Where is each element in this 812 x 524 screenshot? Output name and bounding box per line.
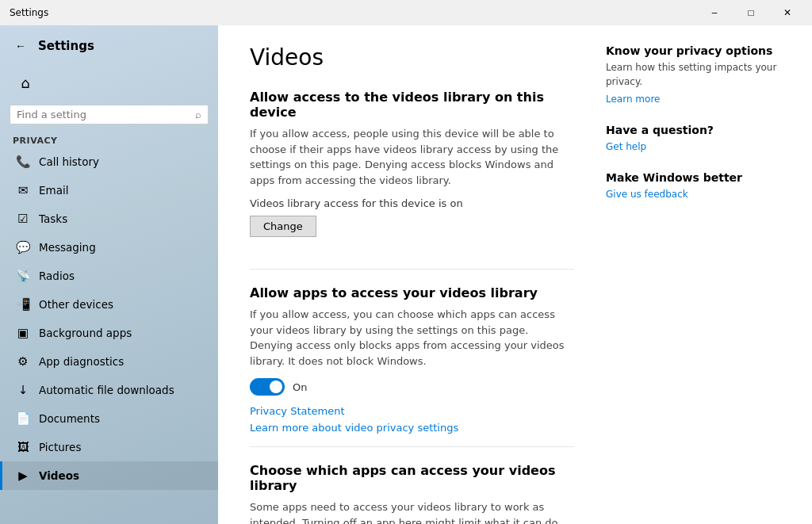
sidebar-item-label-radios: Radios	[39, 270, 75, 282]
sidebar-item-messaging[interactable]: 💬Messaging	[0, 233, 218, 262]
right-heading-3: Make Windows better	[606, 171, 780, 184]
sidebar-item-videos[interactable]: ▶Videos	[0, 461, 218, 490]
tasks-icon: ☑	[15, 212, 31, 226]
sidebar-item-label-other-devices: Other devices	[39, 298, 113, 311]
right-heading-1: Know your privacy options	[606, 44, 780, 57]
app-diagnostics-icon: ⚙	[15, 354, 31, 369]
privacy-statement-link[interactable]: Privacy Statement	[250, 405, 574, 417]
right-heading-2: Have a question?	[606, 124, 780, 136]
toggle-switch[interactable]	[250, 378, 285, 396]
title-bar-left: Settings	[10, 7, 48, 18]
minimize-button[interactable]: –	[696, 0, 733, 25]
app-body: ← Settings ⌂ ⌕ Privacy 📞Call history✉Ema…	[0, 25, 812, 524]
section1-status: Videos library access for this device is…	[250, 197, 574, 209]
sidebar-item-label-pictures: Pictures	[39, 441, 81, 453]
sidebar-item-app-diagnostics[interactable]: ⚙App diagnostics	[0, 347, 218, 376]
sidebar: ← Settings ⌂ ⌕ Privacy 📞Call history✉Ema…	[0, 25, 218, 524]
sidebar-item-radios[interactable]: 📡Radios	[0, 262, 218, 290]
sidebar-item-label-messaging: Messaging	[39, 241, 96, 254]
title-bar-controls: – □ ✕	[696, 0, 806, 25]
sidebar-item-label-call-history: Call history	[39, 155, 99, 168]
sidebar-section-label: Privacy	[0, 131, 218, 147]
sidebar-item-documents[interactable]: 📄Documents	[0, 404, 218, 433]
section-divider-1	[250, 269, 574, 270]
sidebar-item-tasks[interactable]: ☑Tasks	[0, 205, 218, 233]
section3-desc: Some apps need to access your videos lib…	[250, 499, 574, 524]
sidebar-item-email[interactable]: ✉Email	[0, 176, 218, 205]
section1-desc: If you allow access, people using this d…	[250, 126, 574, 188]
section2-desc: If you allow access, you can choose whic…	[250, 307, 574, 369]
sidebar-item-label-app-diagnostics: App diagnostics	[39, 355, 124, 368]
content-left: Videos Allow access to the videos librar…	[250, 44, 574, 505]
learn-more-link[interactable]: Learn more about video privacy settings	[250, 422, 574, 434]
right-desc-1: Learn how this setting impacts your priv…	[606, 60, 780, 89]
right-section-3: Make Windows better Give us feedback	[606, 171, 780, 200]
toggle-row: On	[250, 378, 574, 396]
sidebar-item-label-automatic-downloads: Automatic file downloads	[39, 384, 174, 396]
sidebar-item-other-devices[interactable]: 📲Other devices	[0, 290, 218, 319]
sidebar-item-automatic-downloads[interactable]: ↓Automatic file downloads	[0, 376, 218, 404]
sidebar-item-background-apps[interactable]: ▣Background apps	[0, 319, 218, 347]
radios-icon: 📡	[15, 269, 31, 283]
right-section-2: Have a question? Get help	[606, 124, 780, 152]
sidebar-item-label-documents: Documents	[39, 412, 100, 425]
sidebar-item-label-background-apps: Background apps	[39, 327, 132, 339]
right-section-1: Know your privacy options Learn how this…	[606, 44, 780, 105]
toggle-label: On	[293, 381, 307, 393]
maximize-button[interactable]: □	[733, 0, 769, 25]
back-button[interactable]: ←	[10, 35, 32, 57]
background-apps-icon: ▣	[15, 326, 31, 340]
right-link-2[interactable]: Get help	[606, 141, 646, 152]
automatic-downloads-icon: ↓	[15, 383, 31, 397]
section2-heading: Allow apps to access your videos library	[250, 285, 574, 300]
page-title: Videos	[250, 44, 574, 71]
close-button[interactable]: ✕	[769, 0, 806, 25]
search-box[interactable]: ⌕	[10, 105, 209, 124]
section3-heading: Choose which apps can access your videos…	[250, 463, 574, 493]
sidebar-item-label-videos: Videos	[39, 469, 79, 482]
sidebar-item-call-history[interactable]: 📞Call history	[0, 147, 218, 176]
sidebar-item-label-tasks: Tasks	[39, 212, 67, 225]
title-bar-title: Settings	[10, 7, 48, 18]
email-icon: ✉	[15, 183, 31, 197]
home-button[interactable]: ⌂	[10, 67, 41, 98]
search-icon: ⌕	[195, 109, 201, 120]
sidebar-item-label-email: Email	[39, 184, 68, 197]
title-bar: Settings – □ ✕	[0, 0, 812, 25]
home-icon: ⌂	[21, 75, 29, 91]
other-devices-icon: 📲	[15, 297, 31, 312]
messaging-icon: 💬	[15, 240, 31, 254]
right-link-1[interactable]: Learn more	[606, 94, 660, 105]
section1-heading: Allow access to the videos library on th…	[250, 90, 574, 120]
sidebar-item-pictures[interactable]: 🖼Pictures	[0, 433, 218, 461]
toggle-thumb	[270, 381, 282, 393]
content-right: Know your privacy options Learn how this…	[606, 44, 780, 505]
pictures-icon: 🖼	[15, 440, 31, 454]
call-history-icon: 📞	[15, 155, 31, 169]
documents-icon: 📄	[15, 411, 31, 426]
search-input[interactable]	[17, 109, 195, 120]
main-content: Videos Allow access to the videos librar…	[218, 25, 812, 524]
sidebar-app-title: Settings	[38, 39, 94, 53]
change-button[interactable]: Change	[250, 216, 316, 237]
sidebar-top: ← Settings	[0, 25, 218, 63]
section-divider-2	[250, 446, 574, 447]
videos-icon: ▶	[15, 469, 31, 483]
nav-items-container: 📞Call history✉Email☑Tasks💬Messaging📡Radi…	[0, 147, 218, 490]
right-link-3[interactable]: Give us feedback	[606, 189, 688, 200]
